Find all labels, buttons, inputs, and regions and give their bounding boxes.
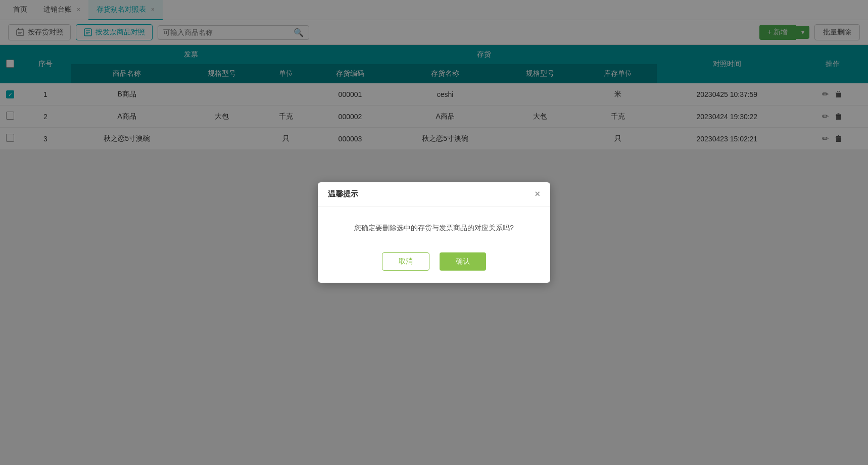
dialog-overlay: 温馨提示 × 您确定要删除选中的存货与发票商品的对应关系吗? 取消 确认 — [0, 0, 868, 150]
